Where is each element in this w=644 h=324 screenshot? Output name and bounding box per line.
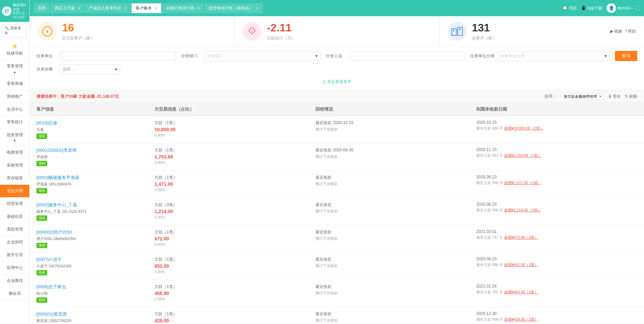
overdue-link[interactable]: 超期¥1,214.00（3笔） [504,208,541,212]
debt-amount[interactable]: 652.00 [155,263,315,269]
svg-rect-5 [453,30,454,31]
tab-product-shelf[interactable]: 商品上下架 ✕ [51,3,84,13]
customer-name-link[interactable]: [000001]黄思源 [36,312,67,317]
sidebar-item-corp-collab[interactable]: 企业协同 [0,236,29,249]
tab-close-purchase-product-stats[interactable]: ✕ [256,6,258,10]
tab-customer-account[interactable]: 客户账本 ✕ [132,3,161,13]
manager-label: 分管人员 [326,53,346,59]
sidebar-item-newbie[interactable]: 新手引导 [0,249,29,262]
overdue-link[interactable]: 超期¥672.00（1笔） [504,235,538,239]
tab-product-history[interactable]: 产成品入库单历史 ✕ [85,3,131,13]
sidebar-item-basic-info[interactable]: 基础信息 [0,210,29,223]
sidebar-item-chang-member[interactable]: 畅会员 [0,287,29,300]
debt-amount[interactable]: 1,214.00 [155,209,315,214]
debt-count: 欠款（1笔） [155,284,315,290]
balance-select[interactable]: 选择... ▾ [59,64,120,74]
debt-info-cell: 欠款（1笔） 672.00 0.00% [155,229,315,246]
customer-name-link[interactable]: [0006]去下粮仓 [36,284,66,289]
sidebar-item-wecom[interactable]: 企业微信 [0,274,29,287]
overdue-link[interactable]: 超期¥1,471.00（1笔） [504,181,541,185]
sidebar-item-quick-nav[interactable]: ⚡ 快捷导航 [0,40,29,60]
data-table: 客户信息 欠交易信息（占比） 回收情况 到期未收款日期 [0016]吕俊 吕俊 … [30,103,644,324]
sidebar-item-marketing[interactable]: 营销推广 [0,90,29,103]
customer-name-link[interactable]: [0003]畅捷服务尹海蒸 [36,175,79,180]
minimize-button[interactable]: ─ [630,5,633,11]
debt-percent: 0.00% [155,297,315,301]
sidebar-item-batch-mgmt[interactable]: 批发管理 ▼ [0,129,29,146]
overdue-link[interactable]: 超期¥455.90（1笔） [504,290,538,294]
customer-name-link[interactable]: [000002]用户2050 [36,230,72,235]
customer-name-link[interactable]: [0002]服务中心_丁磊 [36,202,77,207]
sidebar: 好 畅捷通好生意 母婴行业演示账套 🔍 搜索菜单 ⚡ 快捷导航 零售管理 ▲ 零… [0,0,30,324]
message-action[interactable]: 💬 消息 [562,5,577,11]
overdue-link[interactable]: 超期¥429.00（1笔） [504,317,538,321]
debt-count: 欠款（1笔） [155,175,315,180]
overdue-days: 最长欠款 747 天 超期¥672.00（1笔） [476,235,637,240]
dept-select[interactable]: 分管部门 ▾ [204,51,320,61]
unit-class-label: 往来单位分类 [470,53,495,59]
source-unit-input[interactable]: ... [59,52,176,60]
sidebar-item-retail-mgmt[interactable]: 零售管理 ▲ [0,60,29,78]
sidebar-item-operations[interactable]: 经营管理 [0,198,29,210]
tab-purchase-product-stats[interactable]: 进货单统计表（按商品） ✕ [204,3,262,13]
debt-amount[interactable]: 455.90 [155,291,315,296]
debt-amount[interactable]: 1,471.00 [155,181,315,187]
export-button[interactable]: ⬇ 导出 [608,94,621,99]
debt-count: 欠款（1笔） [155,229,315,235]
tab-close-product-shelf[interactable]: ✕ [78,6,80,10]
customer-name-link[interactable]: [0007]小进干 [36,257,62,262]
user-avatar-action[interactable]: 👤 demo2 [607,3,630,13]
debt-amount[interactable]: 10,000.00 [155,127,315,132]
sidebar-item-purchase[interactable]: 采购管理 [0,159,29,172]
collapse-button[interactable]: ⋀ 收起更多条件 [323,79,352,85]
sidebar-item-retail-mall[interactable]: 零售商城 [0,78,29,90]
video-action[interactable]: ▶ 视频 [610,29,622,34]
main-area: 首页 商品上下架 ✕ 产成品入库单历史 ✕ 客户账本 ✕ 采购订单统计表 ✕ 进… [30,0,644,324]
help-action[interactable]: ? 帮助 [625,29,636,34]
debt-amount[interactable]: 1,703.68 [155,154,315,159]
customer-info-cell: [000001]黄思源 黄思源 13552700226 现销 [36,311,155,324]
sidebar-item-membership[interactable]: 会员中心 [0,103,29,116]
debt-amount[interactable]: 672.00 [155,236,315,241]
customer-name-link[interactable]: [0016]吕俊 [36,120,57,125]
sidebar-item-ecommerce[interactable]: 电商管理 [0,146,29,159]
maximize-button[interactable]: ⛶ [635,5,640,11]
sidebar-item-system[interactable]: 系统管理 [0,223,29,236]
debt-amount[interactable]: 429.00 [155,318,315,323]
recovery-info-cell: 最近收款 预计下次收款 [315,175,476,186]
sidebar-item-retail-stats[interactable]: 零售统计 [0,116,29,129]
overdue-link[interactable]: 超期¥1,703.68（1笔） [504,153,541,157]
manager-input[interactable]: ... [349,52,465,60]
app-download-action[interactable]: 📱 App下载 [581,5,603,11]
sort-select[interactable]: 按欠款金额倒序排序 [561,93,604,100]
customer-info-cell: [0006]去下粮仓 陈小帅 现销 [36,284,155,303]
customer-name-link[interactable]: [0001020001]李老师 [36,148,77,153]
customer-info-cell: [0002]服务中心_丁磊 服务中心_丁磊 181 0125 8371 现销 [36,202,155,221]
tab-close-purchase-stats[interactable]: ✕ [197,6,200,10]
refresh-button[interactable]: ↻ 刷新 [625,94,637,99]
next-payment: 预计下次收款 [315,236,476,241]
sidebar-item-app-center[interactable]: 应用中心 [0,262,29,274]
tab-close-customer-account[interactable]: ✕ [155,6,157,10]
next-payment: 预计下次收款 [315,291,476,296]
download-icon: 📱 [581,6,586,10]
search-button[interactable]: 查询 [615,51,637,61]
debt-total-icon: + [243,22,261,41]
tab-purchase-stats[interactable]: 采购订单统计表 ✕ [162,3,204,13]
tab-close-product-history[interactable]: ✕ [124,6,127,10]
search-menu-section: 🔍 搜索菜单 [0,22,29,40]
header-actions: 💬 消息 📱 App下载 👤 demo2 [562,3,630,13]
stats-card-total-customers: 131 总客户（家） ▶ 视频 ? 帮助 [440,16,644,47]
overdue-info-cell: 2020.11.15 最长欠款 853 天 超期¥1,703.68（1笔） [476,147,637,158]
table-body: [0016]吕俊 吕俊 现销 欠款（1笔） 10,000.00 0.00% 最近… [30,116,644,324]
sidebar-item-inventory[interactable]: 库存核算 [0,172,29,185]
overdue-link[interactable]: 超期¥652.00（1笔） [504,263,538,267]
stats-card-debt-total-values: -2.11 欠款合计（万） [267,22,295,41]
overdue-link[interactable]: 超期¥10,000.00（1笔） [504,126,543,130]
user-avatar: 👤 [607,3,616,13]
sidebar-item-finance[interactable]: 资金管理 [0,185,29,198]
recovery-date: 最近收款 2020-10-15 [315,120,476,126]
tab-home[interactable]: 首页 [34,3,50,13]
unit-class-select[interactable]: 往来单位分类 ▾ [497,51,610,61]
search-menu-button[interactable]: 🔍 搜索菜单 [3,24,27,37]
